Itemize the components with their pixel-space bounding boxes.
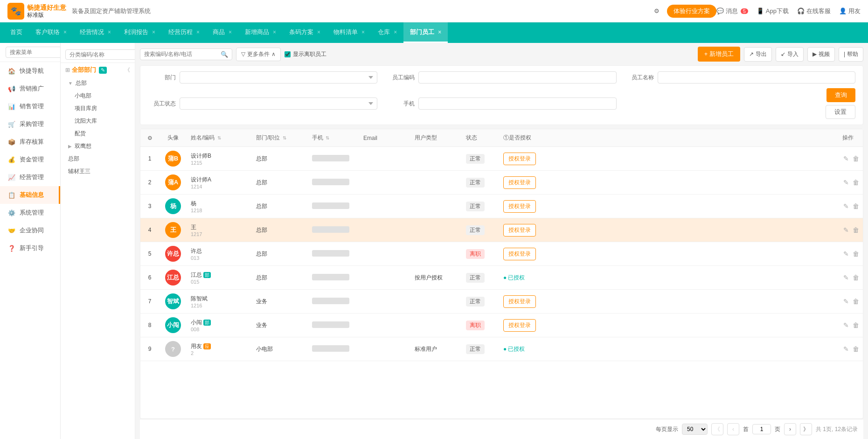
dept-shenyang[interactable]: 沈阳大库 xyxy=(65,115,135,127)
auth-button[interactable]: 授权登录 xyxy=(503,319,536,332)
auth-button[interactable]: 授权登录 xyxy=(503,248,536,260)
sidebar-item-system[interactable]: ⚙️ 系统管理 xyxy=(0,204,60,222)
close-icon[interactable]: × xyxy=(229,29,232,35)
page-size-select[interactable]: 50 10 20 100 xyxy=(682,424,708,435)
edit-icon[interactable]: ✎ xyxy=(843,274,849,281)
auth-button[interactable]: 授权登录 xyxy=(503,200,536,213)
delete-icon[interactable]: 🗑 xyxy=(853,345,859,353)
query-button[interactable]: 查询 xyxy=(826,88,855,102)
delete-icon[interactable]: 🗑 xyxy=(853,226,859,234)
video-btn[interactable]: ▶ 视频 xyxy=(807,47,835,62)
tab-customer[interactable]: 客户联络× xyxy=(29,22,73,43)
tab-bom[interactable]: 物料清单× xyxy=(327,22,371,43)
dept-peihuo[interactable]: 配货 xyxy=(65,127,135,140)
dept-search-input[interactable] xyxy=(65,49,135,60)
close-icon[interactable]: × xyxy=(361,29,365,35)
phone-input[interactable] xyxy=(418,98,616,110)
emp-status-select[interactable] xyxy=(180,98,377,110)
dept-xiaodian[interactable]: 小电部 xyxy=(65,90,135,102)
sidebar-item-basic[interactable]: 📋 基础信息 xyxy=(0,186,60,204)
auth-button[interactable]: 授权登录 xyxy=(503,295,536,308)
sidebar-search-input[interactable] xyxy=(6,47,61,58)
edit-icon[interactable]: ✎ xyxy=(843,155,849,162)
tab-new-goods[interactable]: 新增商品× xyxy=(238,22,283,43)
help-btn[interactable]: | 帮助 xyxy=(839,47,863,62)
dept-shuangyuan[interactable]: ▶ 双鹰想 xyxy=(61,140,135,153)
col-name-code[interactable]: 姓名/编码 ⇅ xyxy=(187,129,252,147)
sidebar-item-purchase[interactable]: 🛒 采购管理 xyxy=(0,115,60,133)
tab-profit[interactable]: 利润报告× xyxy=(118,22,162,43)
online-service-btn[interactable]: 🎧 在线客服 xyxy=(797,7,831,15)
edit-icon[interactable]: ✎ xyxy=(843,321,849,329)
page-last-btn[interactable]: 》 xyxy=(800,423,812,435)
col-settings[interactable]: ⚙ xyxy=(140,129,159,147)
close-icon[interactable]: × xyxy=(273,29,276,35)
page-prev-btn[interactable]: ‹ xyxy=(727,423,739,435)
settings-icon[interactable]: ⚙ xyxy=(650,5,663,18)
delete-icon[interactable]: 🗑 xyxy=(853,202,859,210)
sidebar-item-quicknav[interactable]: 🏠 快捷导航 xyxy=(0,62,60,80)
auth-button[interactable]: 授权登录 xyxy=(503,224,536,237)
export-btn[interactable]: ↗ 导出 xyxy=(744,47,772,62)
resigned-checkbox-input[interactable] xyxy=(285,51,291,57)
tab-home[interactable]: 首页 xyxy=(4,22,29,43)
dept-filter-select[interactable] xyxy=(180,71,377,84)
tab-history[interactable]: 经营历程× xyxy=(162,22,206,43)
page-next-btn[interactable]: › xyxy=(784,423,796,435)
delete-icon[interactable]: 🗑 xyxy=(853,250,859,258)
sidebar-item-collab[interactable]: 🤝 企业协同 xyxy=(0,222,60,239)
dept-zongbu[interactable]: ▼ 总部 xyxy=(61,77,135,90)
edit-icon[interactable]: ✎ xyxy=(843,202,849,210)
delete-icon[interactable]: 🗑 xyxy=(853,155,859,162)
app-download-btn[interactable]: 📱 App下载 xyxy=(757,7,789,15)
all-dept-row[interactable]: ⊞ 全部部门 ✎ 《 xyxy=(61,63,135,77)
search-input[interactable] xyxy=(144,51,219,57)
close-icon[interactable]: × xyxy=(394,29,397,35)
auth-button[interactable]: 授权登录 xyxy=(503,153,536,165)
dept-xiangmu[interactable]: 项目库房 xyxy=(65,102,135,115)
tab-barcode[interactable]: 条码方案× xyxy=(283,22,327,43)
edit-icon[interactable]: ✎ xyxy=(843,250,849,258)
col-dept[interactable]: 部门/职位 ⇅ xyxy=(252,129,308,147)
edit-icon[interactable]: ✎ xyxy=(843,179,849,186)
dept-puzhi[interactable]: 辅材王三 xyxy=(61,165,135,178)
close-icon[interactable]: × xyxy=(63,29,67,35)
sidebar-item-operation[interactable]: 📈 经营管理 xyxy=(0,168,60,186)
edit-icon[interactable]: ✎ xyxy=(843,345,849,353)
page-first-btn[interactable]: 《 xyxy=(711,423,723,435)
edit-icon[interactable]: ✎ xyxy=(843,226,849,234)
close-icon[interactable]: × xyxy=(438,29,441,35)
trial-button[interactable]: 体验行业方案 xyxy=(667,5,716,18)
add-employee-button[interactable]: + 新增员工 xyxy=(698,47,740,62)
tab-goods[interactable]: 商品× xyxy=(206,22,238,43)
delete-icon[interactable]: 🗑 xyxy=(853,274,859,281)
show-resigned-checkbox[interactable]: 显示离职员工 xyxy=(285,50,326,58)
page-input[interactable] xyxy=(752,424,771,434)
sidebar-item-inventory[interactable]: 📦 库存核算 xyxy=(0,133,60,151)
dept-zongbu2[interactable]: 总部 xyxy=(61,153,135,165)
auth-button[interactable]: 授权登录 xyxy=(503,176,536,189)
delete-icon[interactable]: 🗑 xyxy=(853,298,859,305)
edit-icon[interactable]: ✎ xyxy=(843,298,849,305)
user-avatar[interactable]: 👤 用友 xyxy=(839,7,861,15)
import-btn[interactable]: ↙ 导入 xyxy=(776,47,804,62)
sidebar-item-finance[interactable]: 💰 资金管理 xyxy=(0,151,60,168)
dept-collapse-btn[interactable]: 《 xyxy=(125,66,130,74)
close-icon[interactable]: × xyxy=(317,29,320,35)
sidebar-item-sales[interactable]: 📊 销售管理 xyxy=(0,98,60,115)
tab-warehouse[interactable]: 仓库× xyxy=(371,22,403,43)
tab-department[interactable]: 部门员工× xyxy=(403,22,448,43)
close-icon[interactable]: × xyxy=(108,29,111,35)
emp-code-input[interactable] xyxy=(418,71,616,84)
reset-button[interactable]: 设置 xyxy=(826,105,855,119)
sidebar-item-guide[interactable]: ❓ 新手引导 xyxy=(0,239,60,257)
message-btn[interactable]: 💬 消息 5 xyxy=(716,7,748,15)
emp-name-input[interactable] xyxy=(658,71,855,84)
close-icon[interactable]: × xyxy=(196,29,200,35)
dept-edit-badge[interactable]: ✎ xyxy=(99,67,107,74)
more-filter-btn[interactable]: ▽ 更多条件 ∧ xyxy=(236,48,281,61)
close-icon[interactable]: × xyxy=(152,29,155,35)
delete-icon[interactable]: 🗑 xyxy=(853,321,859,329)
col-phone[interactable]: 手机 ⇅ xyxy=(308,129,360,147)
delete-icon[interactable]: 🗑 xyxy=(853,179,859,186)
